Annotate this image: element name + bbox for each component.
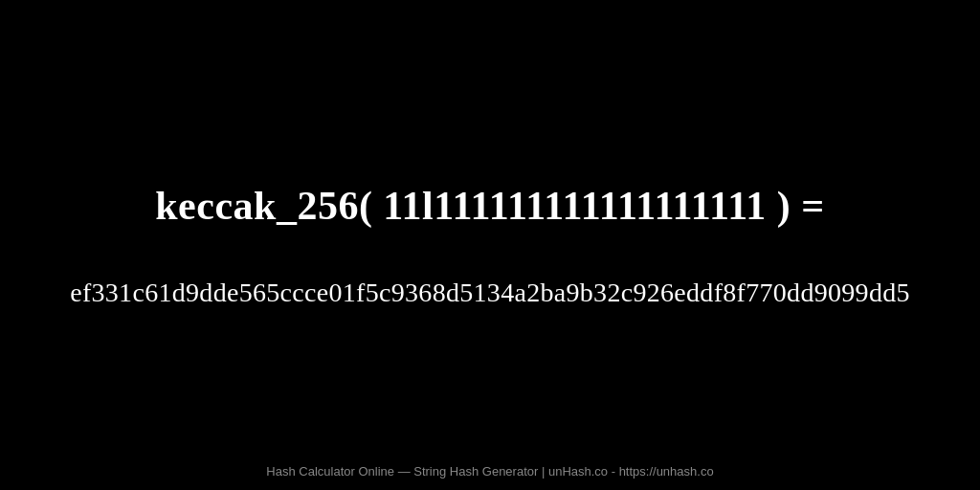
hash-result: ef331c61d9dde565ccce01f5c9368d5134a2ba9b… xyxy=(70,278,910,308)
main-content: keccak_256( 11l111111111111111111 ) = ef… xyxy=(0,0,980,490)
hash-function-expression: keccak_256( 11l111111111111111111 ) = xyxy=(155,182,825,230)
footer-text: Hash Calculator Online — String Hash Gen… xyxy=(0,464,980,479)
